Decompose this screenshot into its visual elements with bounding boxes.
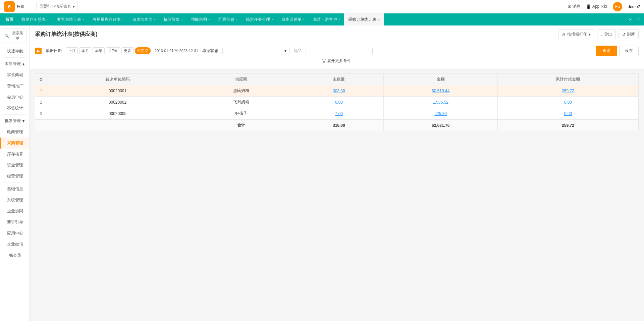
status-select[interactable]: ▾	[222, 47, 289, 55]
tab-close-icon[interactable]: ×	[271, 18, 273, 21]
tab-close-icon[interactable]: ×	[378, 18, 380, 21]
sidebar-item-finance-mgmt[interactable]: 资金管理	[0, 160, 29, 171]
sidebar-item-new-guide[interactable]: 新手引导	[0, 217, 29, 228]
query-actions: 查询 设置	[596, 46, 639, 56]
sidebar-item-retail-mgmt[interactable]: 零售管理 ▲	[0, 58, 29, 69]
table-container: ⚙ 往来单位编码 供应商 主数量 金额 累计付款金额 1 00020001 惠氏…	[30, 69, 644, 321]
unit-code: 00020005	[47, 108, 188, 120]
shortcut-7days[interactable]: 近7天	[106, 47, 120, 54]
tab-close-icon[interactable]: ×	[122, 18, 124, 21]
chevron-icon: ▲	[21, 62, 25, 66]
status-label: 单据状态	[202, 48, 218, 54]
tab-close-icon[interactable]: ×	[338, 18, 340, 21]
amount-value: 525.80	[384, 108, 497, 120]
filter-toggle-btn[interactable]: ▶	[35, 48, 42, 54]
workspace-name: 母婴行业演示账套	[39, 4, 71, 9]
shortcut-more[interactable]: 更多	[121, 47, 133, 54]
user-avatar[interactable]: Ea	[613, 2, 622, 11]
tab-close-icon[interactable]: ×	[236, 18, 238, 21]
supplier-name: 惠氏奶粉	[188, 85, 294, 97]
sidebar-item-enterprise-wechat[interactable]: 企业微信	[0, 239, 29, 250]
table-row: 3 00020005 好孩子 7.00 525.80 0.00	[35, 108, 639, 120]
tab-receive-summary[interactable]: 收发存汇总表 ×	[17, 13, 53, 25]
tab-picking-task[interactable]: 拣货任务管理 ×	[242, 13, 277, 25]
tab-close-icon[interactable]: ×	[181, 18, 183, 21]
qty-value: 6.00	[294, 97, 384, 108]
shortcut-custom[interactable]: 自定义	[135, 47, 151, 54]
tab-overstock-warning[interactable]: 超储预警 ×	[159, 13, 187, 25]
search-menu-btn[interactable]: 🔍 搜索菜单	[3, 28, 26, 43]
supplier-name: 好孩子	[188, 108, 294, 120]
shortcut-this-month[interactable]: 本月	[79, 47, 91, 54]
maximize-btn[interactable]: □	[635, 15, 643, 23]
table-row: 2 00020002 飞鹤奶粉 6.00 1,586.52 0.00	[35, 97, 639, 108]
supplier-name: 飞鹤奶粉	[188, 97, 294, 108]
sidebar-item-basic-info[interactable]: 基础信息	[0, 183, 29, 195]
tab-warranty-query[interactable]: 保质期查询 ×	[128, 13, 160, 25]
paid-value: 0.00	[497, 97, 638, 108]
filter-settings-btn[interactable]: 设置	[619, 46, 639, 56]
sidebar-item-retail-shop[interactable]: 零售商城	[0, 69, 29, 81]
page-title: 采购订单统计表(按供应商)	[35, 31, 98, 38]
message-icon: ✉	[568, 4, 571, 9]
chevron-down-icon: ▼	[21, 119, 25, 123]
tab-config-info[interactable]: 配置信息 ×	[214, 13, 242, 25]
tab-label: 收发存汇总表	[21, 17, 46, 22]
refresh-btn[interactable]: ↺ 刷新	[619, 30, 639, 39]
tab-purchase-order-summary[interactable]: 采购订单统计表 ×	[344, 13, 384, 25]
tab-label: 采购订单统计表	[348, 17, 376, 22]
tab-close-icon[interactable]: ×	[303, 18, 305, 21]
close-tab-all-btn[interactable]: ×	[626, 15, 634, 23]
message-btn[interactable]: ✉ 消息	[568, 4, 581, 9]
goods-more-btn[interactable]: ···	[377, 49, 380, 53]
tab-label: 功能说明	[191, 17, 207, 22]
settings-gear-icon[interactable]: ⚙	[39, 77, 43, 82]
workspace-chevron-icon: ▾	[73, 4, 75, 9]
goods-input[interactable]	[306, 47, 373, 55]
sidebar-item-retail-stats[interactable]: 零售统计	[0, 103, 29, 114]
tab-available-stock[interactable]: 可用量库存账本 ×	[89, 13, 128, 25]
shortcut-this-year[interactable]: 本年	[93, 47, 105, 54]
query-btn[interactable]: 查询	[596, 46, 617, 56]
print-btn[interactable]: 🖨 按模板打印 ▾	[558, 30, 594, 39]
tab-order-summary[interactable]: 要货单统计表 ×	[53, 13, 89, 25]
tab-label: 可用量库存账本	[93, 17, 121, 22]
sidebar-item-system-mgmt[interactable]: 系统管理	[0, 195, 29, 206]
tab-home-label: 首页	[5, 17, 13, 22]
top-right-actions: ✉ 消息 📱 App下载 Ea demo2	[568, 2, 640, 11]
sidebar-item-enterprise-collab[interactable]: 企业协同	[0, 206, 29, 217]
sidebar-item-inventory-check[interactable]: 库存核算	[0, 149, 29, 160]
app-download-btn[interactable]: 📱 App下载	[586, 4, 607, 9]
sidebar-item-member[interactable]: 畅会员	[0, 250, 29, 261]
date-shortcuts: 上月 本月 本年 近7天 更多 自定义	[66, 47, 151, 54]
export-btn[interactable]: ↓ 导出	[597, 30, 616, 39]
header-actions: 🖨 按模板打印 ▾ ↓ 导出 ↺ 刷新	[558, 30, 639, 39]
sidebar-item-member-center[interactable]: 会员中心	[0, 92, 29, 103]
sidebar-divider-2	[3, 182, 26, 183]
sidebar-item-marketing[interactable]: 营销推广	[0, 81, 29, 92]
tab-invite-downstream[interactable]: 邀请下游客户 ×	[309, 13, 344, 25]
tab-label: 超储预警	[163, 17, 179, 22]
expand-more-btn[interactable]: ⋁ 展开更多条件	[35, 56, 639, 66]
col-unit-code: 往来单位编码	[47, 74, 188, 85]
tab-close-icon[interactable]: ×	[208, 18, 210, 21]
sidebar-item-quick-nav[interactable]: 快捷导航	[0, 46, 29, 57]
shortcut-last-month[interactable]: 上月	[66, 47, 78, 54]
sidebar-item-wholesale-mgmt[interactable]: 批发管理 ▼	[0, 115, 29, 126]
tab-cost-adjust[interactable]: 成本调整单 ×	[277, 13, 309, 25]
table-footer: 合计 316.00 62,631.76 259.72	[35, 119, 639, 131]
sidebar-item-operation-mgmt[interactable]: 经营管理	[0, 171, 29, 182]
tab-label: 成本调整单	[281, 17, 302, 22]
sidebar-item-purchase-mgmt[interactable]: 采购管理	[0, 138, 29, 149]
sidebar-item-app-center[interactable]: 应用中心	[0, 228, 29, 239]
paid-value: 0.00	[497, 108, 638, 120]
tab-function-desc[interactable]: 功能说明 ×	[187, 13, 214, 25]
tab-home[interactable]: 首页	[1, 13, 17, 25]
tab-close-icon[interactable]: ×	[47, 18, 49, 21]
footer-empty	[35, 119, 188, 131]
tab-close-icon[interactable]: ×	[154, 18, 156, 21]
sidebar-item-ecommerce-mgmt[interactable]: 电商管理	[0, 126, 29, 138]
tab-close-icon[interactable]: ×	[83, 18, 85, 21]
goods-label: 商品	[293, 48, 302, 54]
workspace-selector[interactable]: 母婴行业演示账套 ▾	[36, 2, 78, 11]
